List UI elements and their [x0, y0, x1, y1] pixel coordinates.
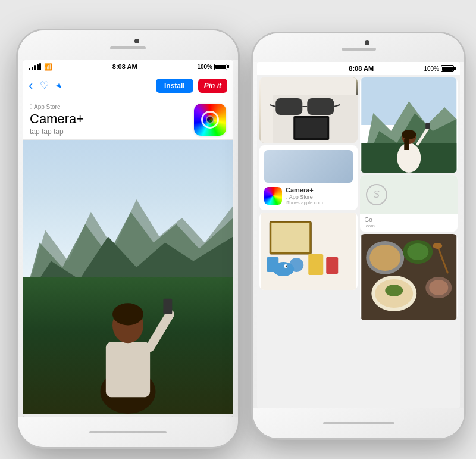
pin-craft[interactable] — [259, 213, 358, 290]
share-button[interactable]: ➤ — [54, 80, 65, 92]
lens-inner — [206, 115, 214, 124]
svg-point-47 — [429, 280, 448, 295]
right-battery-pct: 100% — [424, 65, 439, 72]
right-status-time: 8:08 AM — [349, 65, 374, 72]
svg-rect-4 — [106, 342, 150, 397]
pin-app-card[interactable]: Camera+  App Store iTunes.apple.com — [259, 145, 358, 210]
pin-food[interactable] — [360, 234, 458, 320]
svg-point-42 — [407, 243, 428, 260]
status-time: 8:08 AM — [112, 63, 137, 70]
app-info:  App Store Camera+ tap tap tap — [30, 103, 84, 136]
home-indicator — [89, 431, 167, 433]
pin-app-name: Camera+ — [286, 186, 323, 193]
pin-column-right: S Go .com — [360, 77, 458, 320]
svg-point-25 — [273, 262, 294, 276]
apple-store-icon:  — [286, 193, 288, 200]
pin-app-icon — [264, 187, 282, 205]
right-status-bar: 8:08 AM 100% — [257, 62, 460, 75]
pin-app-text: Camera+  App Store iTunes.apple.com — [286, 186, 323, 205]
svg-rect-11 — [275, 98, 302, 115]
svg-rect-12 — [307, 98, 334, 115]
right-battery-area: 100% — [424, 65, 454, 72]
pinterest-content: Camera+  App Store iTunes.apple.com — [257, 75, 460, 408]
phone-bottom — [18, 417, 238, 447]
right-phone-top — [253, 33, 464, 62]
left-phone-screen: 📶 8:08 AM 100% ‹ ♡ ➤ Install Pin it — [23, 60, 233, 417]
pin-go-info: Go .com — [360, 214, 458, 232]
status-bar: 📶 8:08 AM 100% — [23, 60, 233, 73]
svg-rect-20 — [271, 223, 309, 252]
svg-point-6 — [112, 303, 143, 325]
nav-actions: Install Pin it — [156, 79, 227, 93]
app-subtitle: tap tap tap — [30, 127, 84, 136]
pin-app-screenshot-thumb — [264, 150, 353, 183]
nav-bar: ‹ ♡ ➤ Install Pin it — [23, 73, 233, 98]
battery-percent: 100% — [197, 64, 212, 70]
pin-go-label: Go — [365, 217, 453, 223]
svg-rect-37 — [404, 139, 409, 150]
iphone-left: 📶 8:08 AM 100% ‹ ♡ ➤ Install Pin it — [18, 30, 238, 447]
pin-app-store:  App Store — [286, 193, 323, 200]
signal-bars — [29, 63, 41, 70]
svg-point-36 — [402, 130, 416, 139]
pin-mountain[interactable] — [360, 77, 458, 173]
pin-column-left: Camera+  App Store iTunes.apple.com — [259, 77, 358, 320]
pin-go[interactable]: S Go .com — [360, 175, 458, 232]
pin-coffee[interactable] — [259, 77, 358, 143]
pin-grid: Camera+  App Store iTunes.apple.com — [257, 75, 460, 323]
svg-rect-17 — [295, 118, 327, 138]
svg-rect-24 — [326, 257, 338, 274]
heart-button[interactable]: ♡ — [40, 79, 49, 92]
pin-go-img: S — [360, 175, 458, 214]
pin-app-url: iTunes.apple.com — [286, 200, 323, 205]
go-circle: S — [366, 184, 387, 205]
app-store-label:  App Store — [30, 103, 84, 110]
pinit-button[interactable]: Pin it — [198, 79, 227, 93]
pin-food-img — [360, 234, 458, 320]
pin-craft-img — [259, 213, 358, 290]
camera-icon-bg — [194, 104, 226, 136]
pin-go-url: .com — [365, 223, 453, 229]
person-silhouette — [68, 259, 187, 414]
phone-top — [18, 30, 238, 60]
svg-point-27 — [286, 266, 287, 267]
svg-rect-23 — [308, 254, 323, 275]
svg-point-49 — [433, 243, 442, 249]
svg-point-45 — [385, 285, 403, 296]
pin-app-info-row: Camera+  App Store iTunes.apple.com — [264, 186, 353, 205]
svg-point-40 — [369, 245, 400, 271]
app-screenshot — [23, 140, 233, 414]
pin-coffee-img — [259, 77, 358, 143]
signal-area: 📶 — [29, 63, 52, 71]
right-camera-dot — [365, 40, 369, 45]
right-speaker — [342, 48, 376, 51]
install-button[interactable]: Install — [156, 79, 193, 93]
battery-area: 100% — [197, 64, 227, 70]
camera-dot — [134, 39, 139, 43]
svg-line-7 — [150, 314, 170, 348]
app-header:  App Store Camera+ tap tap tap — [23, 98, 233, 140]
apple-logo-icon:  — [30, 103, 32, 110]
lens-ring — [201, 111, 219, 129]
svg-rect-35 — [425, 123, 430, 129]
right-battery-icon — [441, 65, 454, 72]
pin-mountain-img — [360, 77, 458, 173]
right-phone-bottom — [253, 408, 464, 438]
wifi-icon: 📶 — [44, 63, 52, 71]
iphone-right: 8:08 AM 100% — [253, 33, 464, 438]
speaker-grille — [110, 46, 146, 49]
battery-icon — [214, 64, 227, 70]
right-home-indicator — [323, 422, 394, 424]
app-name: Camera+ — [30, 111, 84, 127]
back-button[interactable]: ‹ — [29, 79, 33, 92]
right-phone-screen: 8:08 AM 100% — [257, 62, 460, 408]
svg-rect-8 — [163, 299, 172, 314]
app-icon — [194, 104, 226, 136]
